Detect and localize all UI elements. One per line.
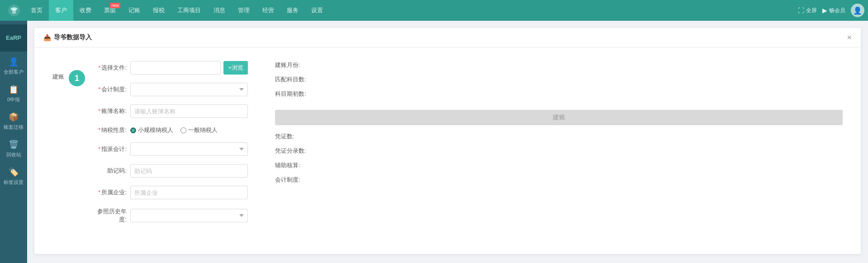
form-right: 建账月份: 匹配科目数: 科目期初数: (275, 61, 843, 232)
sidebar-item-declaration[interactable]: 📋 0申报 (0, 81, 27, 107)
tax-type-row: 纳税性质: 小规模纳税人 一般纳税人 (94, 126, 248, 134)
sidebar-item-migration[interactable]: 📦 账套迁移 (0, 108, 27, 134)
form-section: 建账 1 选择文件: +浏览 (52, 61, 843, 232)
ledger-name-label: 账簿名称: (94, 107, 130, 115)
file-input-wrap: +浏览 (130, 61, 248, 75)
accounting-system-select[interactable] (130, 83, 248, 96)
aux-accounting-label: 辅助核算: (275, 161, 311, 169)
radio-general-tax-input[interactable] (180, 127, 186, 133)
create-month-row: 建账月份: (275, 61, 843, 69)
tag-icon: 🏷️ (9, 167, 19, 177)
ledger-name-input[interactable] (130, 104, 248, 118)
tax-type-radio-group: 小规模纳税人 一般纳税人 (130, 126, 248, 134)
sidebar-brand: EaRP (0, 24, 27, 52)
voucher-row: 凭证数: (275, 132, 843, 141)
trash-icon: 🗑️ (9, 140, 19, 150)
declaration-icon: 📋 (9, 85, 19, 94)
assign-accountant-row: 指派会计: (94, 142, 248, 156)
radio-general-tax[interactable]: 一般纳税人 (180, 126, 218, 134)
dialog-body: 建账 1 选择文件: +浏览 (34, 47, 861, 245)
ledger-name-row: 账簿名称: (94, 104, 248, 118)
accounting-system-row: 会计制度: (94, 83, 248, 96)
memo-row: 助记码: (94, 164, 248, 178)
form-left: 建账 1 选择文件: +浏览 (52, 61, 248, 232)
dialog-title: 📥 导爷数据导入 (43, 33, 92, 42)
match-subjects-label: 匹配科目数: (275, 75, 311, 84)
svg-point-1 (12, 9, 16, 12)
nav-item-operation[interactable]: 经营 (256, 0, 280, 21)
browse-button[interactable]: +浏览 (223, 61, 248, 75)
history-year-select[interactable] (130, 209, 248, 222)
memo-input[interactable] (130, 164, 248, 178)
aux-accounting-row: 辅助核算: (275, 161, 843, 169)
people-icon: 👤 (9, 57, 19, 67)
history-year-row: 参照历史年度: (94, 207, 248, 224)
sidebar: EaRP 👤 全部客户 📋 0申报 📦 账套迁移 🗑️ 回收站 🏷️ 标签设置 (0, 21, 27, 263)
dialog-card: 📥 导爷数据导入 × 建账 1 (34, 28, 861, 254)
main-content: 📥 导爷数据导入 × 建账 1 (27, 21, 868, 263)
sidebar-item-tags[interactable]: 🏷️ 标签设置 (0, 164, 27, 189)
migration-icon: 📦 (9, 112, 19, 122)
voucher-entries-row: 凭证分录数: (275, 147, 843, 155)
accounting-system-info-row: 会计制度: (275, 176, 843, 184)
accounting-system-label: 会计制度: (94, 85, 130, 94)
sidebar-item-trash[interactable]: 🗑️ 回收站 (0, 136, 27, 162)
radio-small-tax-input[interactable] (130, 127, 136, 133)
voucher-entries-label: 凭证分录数: (275, 147, 311, 155)
nav-items: 首页 客户 收费 票据 new 记账 报税 工商项目 消息 管理 经营 (24, 0, 798, 21)
nav-logo[interactable] (4, 0, 24, 21)
info-section-2: 凭证数: 凭证分录数: 辅助核算: (275, 132, 843, 184)
history-year-label: 参照历史年度: (94, 207, 130, 224)
nav-item-manage[interactable]: 管理 (232, 0, 256, 21)
nav-item-invoice[interactable]: 票据 new (98, 0, 122, 21)
nav-item-tax[interactable]: 报税 (147, 0, 171, 21)
avatar[interactable]: 👤 (851, 4, 864, 17)
nav-item-bookkeeping[interactable]: 记账 (122, 0, 147, 21)
close-button[interactable]: × (847, 33, 852, 42)
form-fields: 选择文件: +浏览 会计制度: (94, 61, 248, 232)
nav-item-message[interactable]: 消息 (207, 0, 232, 21)
initial-balance-label: 科目期初数: (275, 90, 311, 98)
dialog-header: 📥 导爷数据导入 × (34, 28, 861, 47)
nav-item-home[interactable]: 首页 (24, 0, 49, 21)
info-section: 建账月份: 匹配科目数: 科目期初数: (275, 61, 843, 98)
nav-item-fees[interactable]: 收费 (73, 0, 98, 21)
match-subjects-row: 匹配科目数: (275, 75, 843, 84)
nav-item-customer[interactable]: 客户 (49, 0, 73, 21)
create-account-button[interactable]: 建账 (275, 110, 843, 125)
accounting-system-info-label: 会计制度: (275, 176, 311, 184)
nav-item-service[interactable]: 服务 (280, 0, 305, 21)
member-button[interactable]: ▶ 畅会员 (822, 7, 845, 14)
select-file-row: 选择文件: +浏览 (94, 61, 248, 75)
assign-accountant-label: 指派会计: (94, 145, 130, 153)
select-file-label: 选择文件: (94, 64, 130, 72)
step-badge: 1 (69, 70, 85, 86)
top-navigation: 首页 客户 收费 票据 new 记账 报税 工商项目 消息 管理 经营 (0, 0, 868, 21)
radio-small-tax[interactable]: 小规模纳税人 (130, 126, 173, 134)
fullscreen-button[interactable]: ⛶ 全屏 (798, 7, 817, 14)
nav-right: ⛶ 全屏 ▶ 畅会员 👤 (798, 4, 864, 17)
memo-label: 助记码: (94, 167, 130, 175)
assign-accountant-select[interactable] (130, 142, 248, 156)
initial-balance-row: 科目期初数: (275, 90, 843, 98)
voucher-label: 凭证数: (275, 132, 311, 141)
right-panel: 建账月份: 匹配科目数: 科目期初数: (275, 61, 843, 184)
select-file-input[interactable] (130, 61, 221, 75)
company-label: 所属企业: (94, 188, 130, 197)
nav-item-settings[interactable]: 设置 (305, 0, 329, 21)
sidebar-item-all-customers[interactable]: 👤 全部客户 (0, 53, 27, 79)
tax-type-label: 纳税性质: (94, 126, 130, 134)
step-label: 建账 (52, 73, 64, 81)
import-icon: 📥 (43, 34, 51, 41)
create-month-label: 建账月份: (275, 61, 311, 69)
company-input[interactable] (130, 186, 248, 199)
new-badge: new (110, 3, 120, 8)
nav-item-business[interactable]: 工商项目 (171, 0, 207, 21)
company-row: 所属企业: (94, 186, 248, 199)
main-layout: EaRP 👤 全部客户 📋 0申报 📦 账套迁移 🗑️ 回收站 🏷️ 标签设置 (0, 21, 868, 263)
